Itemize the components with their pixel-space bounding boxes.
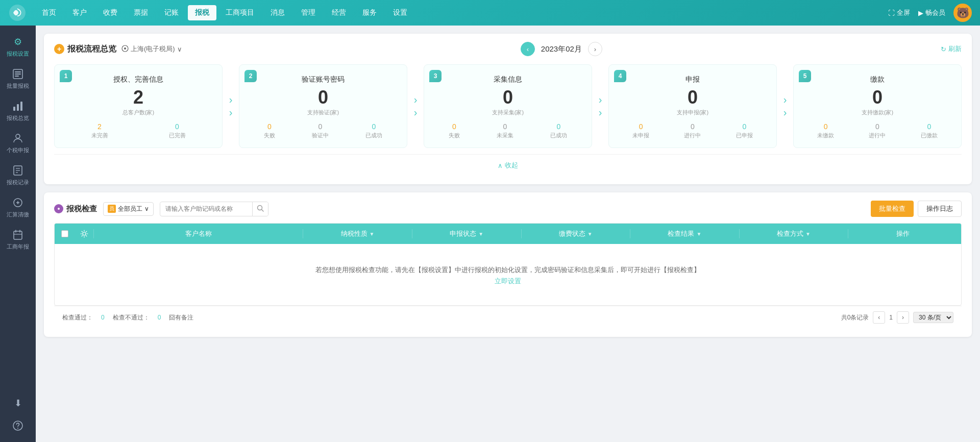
nav-operation[interactable]: 经营 [325,5,353,20]
step-5-stat-2[interactable]: 0 已缴款 [921,122,938,139]
annual-report-icon [12,229,24,241]
step-1-count: 2 [61,88,216,107]
step-4-stat-1[interactable]: 0 进行中 [684,122,701,139]
step-5-title: 缴款 [800,75,955,84]
month-label: 2023年02月 [541,44,582,54]
page-size-select[interactable]: 30 条/页 [913,312,953,323]
logo [8,4,27,22]
avatar[interactable]: 🐻 [953,4,972,22]
vip-btn[interactable]: ▶ 畅会员 [918,8,945,17]
pay-filter-icon[interactable]: ▼ [587,231,593,237]
sidebar-item-settlement[interactable]: 汇算清缴 [0,191,36,224]
step-4-stat-2[interactable]: 0 已申报 [736,122,753,139]
download-icon: ⬇ [12,397,24,409]
step-5-card: 5 缴款 0 支持缴款(家) 0 未缴款 0 进行中 0 已缴款 [793,64,962,148]
sidebar-item-tax-settings[interactable]: ⚙ 报税设置 [0,31,36,63]
method-filter-icon[interactable]: ▼ [805,231,811,237]
refresh-btn[interactable]: ↻ 刷新 [941,44,962,54]
employee-icon: 员 [108,205,116,213]
settlement-icon [12,197,24,209]
sidebar: ⚙ 报税设置 批量报税 报税总览 [0,26,36,442]
nav-manage[interactable]: 管理 [294,5,323,20]
flow-card-header: + 报税流程总览 上海(电子税局) ∨ ‹ 2023年02月 › ↻ [54,42,962,56]
personal-tax-icon [12,132,24,144]
th-check-method[interactable]: 检查方式 ▼ [739,229,848,238]
next-page-btn[interactable]: › [897,311,909,324]
step-3-stat-1[interactable]: 0 未采集 [497,122,513,139]
note-label: 囧有备注 [169,313,193,322]
th-check-result[interactable]: 检查结果 ▼ [630,229,739,238]
sidebar-item-tax-record[interactable]: 报税记录 [0,159,36,191]
declare-filter-icon[interactable]: ▼ [478,231,483,237]
nav-home[interactable]: 首页 [35,5,63,20]
nav-right: ⛶ 全屏 ▶ 畅会员 🐻 [888,4,972,22]
prev-month-btn[interactable]: ‹ [521,42,535,56]
th-gear[interactable] [75,230,93,238]
step-1-title: 授权、完善信息 [61,75,216,84]
employee-filter-btn[interactable]: 员 全部员工 ∨ [103,202,154,216]
th-pay-status[interactable]: 缴费状态 ▼ [521,229,630,238]
step-3-count: 0 [430,88,585,107]
setup-link[interactable]: 立即设置 [495,277,521,286]
step-5-subtitle: 支持缴款(家) [800,109,955,116]
th-declare-status[interactable]: 申报状态 ▼ [412,229,521,238]
svg-rect-14 [14,231,22,239]
step-2-card: 2 验证账号密码 0 支持验证(家) 0 失败 0 验证中 0 已成功 [239,64,407,148]
tax-record-icon [12,164,24,177]
flow-overview-card: + 报税流程总览 上海(电子税局) ∨ ‹ 2023年02月 › ↻ [44,34,972,184]
step-4-stats: 0 未申报 0 进行中 0 已申报 [615,122,770,139]
nav-bookkeeping[interactable]: 记账 [157,5,186,20]
search-button[interactable] [252,202,268,216]
location-tag[interactable]: 上海(电子税局) ∨ [121,44,182,54]
step-3-stat-0[interactable]: 0 失败 [449,122,460,139]
operation-log-button[interactable]: 操作日志 [918,201,962,217]
step-2-stat-0[interactable]: 0 失败 [264,122,275,139]
step-5-stat-0[interactable]: 0 未缴款 [817,122,834,139]
fullscreen-btn[interactable]: ⛶ 全屏 [888,8,910,17]
collapse-btn[interactable]: ∧ 收起 [54,154,962,176]
sidebar-download-btn[interactable]: ⬇ [0,392,36,414]
th-checkbox[interactable] [55,230,75,237]
current-page: 1 [889,314,893,321]
th-tax-nature[interactable]: 纳税性质 ▼ [303,229,412,238]
sidebar-item-tax-overview[interactable]: 报税总览 [0,95,36,127]
table-header: 客户名称 纳税性质 ▼ 申报状态 ▼ 缴费状态 ▼ 检查结果 ▼ [55,224,961,244]
prev-page-btn[interactable]: ‹ [873,311,885,324]
next-month-btn[interactable]: › [588,42,602,56]
step-1-stat-0[interactable]: 2 未完善 [91,122,108,139]
svg-rect-7 [20,102,22,111]
step-3-stat-2[interactable]: 0 已成功 [550,122,567,139]
nav-client[interactable]: 客户 [65,5,94,20]
tax-nature-filter-icon[interactable]: ▼ [370,231,375,237]
nav-settings[interactable]: 设置 [386,5,414,20]
svg-rect-6 [17,104,19,111]
nav-service[interactable]: 服务 [355,5,384,20]
step-3-title: 采集信息 [430,75,585,84]
step-arrow-3: ›› [592,64,608,148]
nav-fee[interactable]: 收费 [96,5,125,20]
step-3-card: 3 采集信息 0 支持采集(家) 0 失败 0 未采集 0 已成功 [424,64,592,148]
nav-message[interactable]: 消息 [263,5,292,20]
sidebar-item-personal-tax[interactable]: 个税申报 [0,127,36,159]
search-input[interactable] [160,203,252,215]
step-2-stat-1[interactable]: 0 验证中 [312,122,329,139]
sidebar-item-annual-report[interactable]: 工商年报 [0,224,36,256]
nav-business[interactable]: 工商项目 [218,5,261,20]
result-filter-icon[interactable]: ▼ [696,231,701,237]
sidebar-help-btn[interactable] [0,414,36,437]
check-fail-count[interactable]: 0 [158,314,161,321]
step-5-stat-1[interactable]: 0 进行中 [869,122,886,139]
step-3-subtitle: 支持采集(家) [430,109,585,116]
header-checkbox[interactable] [61,230,68,237]
nav-invoice[interactable]: 票据 [127,5,155,20]
batch-check-button[interactable]: 批量检查 [871,201,914,217]
sidebar-item-batch-tax[interactable]: 批量报税 [0,63,36,95]
step-2-stat-2[interactable]: 0 已成功 [365,122,382,139]
nav-tax[interactable]: 报税 [188,5,216,20]
check-pass-count[interactable]: 0 [101,314,105,321]
step-1-number: 1 [60,70,72,82]
step-4-stat-0[interactable]: 0 未申报 [632,122,649,139]
svg-rect-3 [15,73,21,75]
search-box [160,202,268,216]
step-1-stat-1[interactable]: 0 已完善 [169,122,186,139]
